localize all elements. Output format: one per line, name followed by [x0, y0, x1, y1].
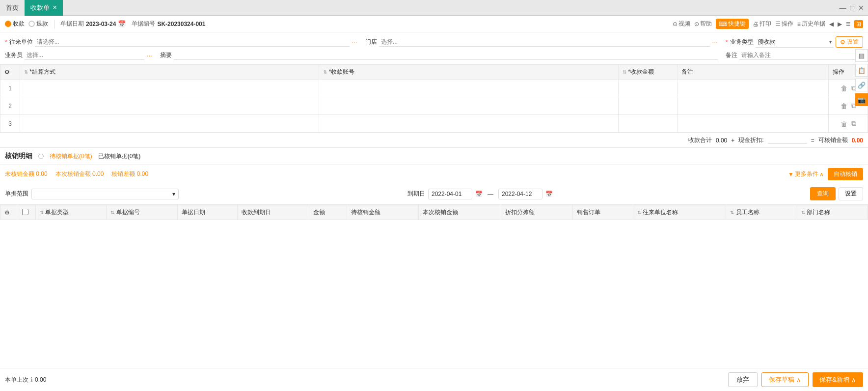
note-input[interactable] [739, 51, 863, 60]
abandon-button[interactable]: 放弃 [728, 372, 758, 387]
tab-home[interactable]: 首页 [0, 0, 25, 16]
gear-column-header[interactable]: ⚙ [0, 65, 20, 80]
tab-home-label: 首页 [6, 3, 19, 12]
row-2-settlement[interactable] [20, 97, 319, 115]
row-1-delete-btn[interactable]: 🗑 [840, 83, 848, 93]
business-type-select[interactable]: 预收款 ▾ [756, 37, 834, 48]
receipt-table: ⚙ ⇅ *结算方式 ⇅ *收款账号 ⇅ *收款金额 备注 操作 1 [0, 64, 868, 133]
row-1-account[interactable] [319, 80, 618, 97]
completed-tab[interactable]: 已核销单据(0笔) [98, 152, 141, 161]
sidebar-table-icon-btn[interactable]: ▤ [855, 49, 868, 62]
summary-input[interactable] [174, 51, 718, 60]
account-column-header[interactable]: ⇅ *收款账号 [319, 65, 618, 80]
minimize-btn[interactable]: — [840, 4, 846, 12]
row-2-account[interactable] [319, 97, 618, 115]
dept-header[interactable]: ⇅ 部门名称 [797, 205, 868, 220]
operate-btn[interactable]: ☰ 操作 [775, 20, 793, 28]
counterparty-header[interactable]: ⇅ 往来单位名称 [633, 205, 726, 220]
query-button[interactable]: 查询 [810, 187, 836, 200]
row-3-account[interactable] [319, 115, 618, 133]
doc-type-header[interactable]: ⇅ 单据类型 [36, 205, 107, 220]
row-2-amount[interactable] [618, 97, 677, 115]
sidebar-camera-icon-btn[interactable]: 📷 [855, 93, 868, 106]
doc-type-sort-icon: ⇅ [40, 210, 44, 215]
doc-no-header[interactable]: ⇅ 单据编号 [107, 205, 177, 220]
layout1-icon[interactable]: ≡ [846, 20, 850, 28]
select-all-checkbox[interactable] [22, 209, 28, 215]
tab-receipt[interactable]: 收款单 ✕ [25, 0, 63, 16]
staff-name-header[interactable]: ⇅ 员工名称 [726, 205, 797, 220]
store-input[interactable] [379, 37, 710, 47]
range-chevron-icon: ▾ [172, 191, 175, 197]
summary-field: 摘要 [160, 51, 718, 60]
nav-prev-icon[interactable]: ◀ [829, 21, 834, 28]
row-3-amount[interactable] [618, 115, 677, 133]
row-2-remark[interactable] [677, 97, 828, 115]
per-info-icon[interactable]: ℹ [30, 376, 33, 383]
row-3-remark[interactable] [677, 115, 828, 133]
note-label: 备注 [726, 51, 737, 59]
row-3-settlement[interactable] [20, 115, 319, 133]
pending-tab[interactable]: 待核销单据(0笔) [50, 152, 92, 161]
range-select[interactable]: ▾ [31, 189, 179, 199]
number-label: 单据编号 [132, 20, 155, 28]
date-calendar-start-icon[interactable]: 📅 [475, 191, 483, 197]
sidebar-clipboard-icon-btn[interactable]: 📋 [855, 64, 868, 77]
verification-section: 核销明细 ⓘ 待核销单据(0笔) 已核销单据(0笔) 未核销金额 0.00 本次… [0, 148, 868, 391]
store-more-icon[interactable]: ··· [712, 38, 718, 46]
auto-verify-button[interactable]: 自动核销 [828, 168, 863, 180]
staff-more-icon[interactable]: ··· [146, 52, 152, 59]
filter-settings-button[interactable]: 设置 [839, 187, 863, 200]
refund-radio[interactable]: 退款 [28, 20, 48, 28]
row-1-settlement[interactable] [20, 80, 319, 97]
row-1-amount[interactable] [618, 80, 677, 97]
bottom-gear-header[interactable]: ⚙ [0, 205, 18, 220]
row-3-copy-btn[interactable]: ⧉ [850, 118, 857, 129]
close-btn[interactable]: ✕ [858, 4, 864, 12]
save-draft-button[interactable]: 保存草稿 ∧ [761, 372, 809, 387]
verification-info-icon[interactable]: ⓘ [38, 153, 44, 160]
video-btn[interactable]: ⊙ 视频 [673, 20, 690, 28]
print-btn[interactable]: 🖨 打印 [753, 20, 771, 28]
history-btn[interactable]: ≡ 历史单据 [797, 20, 825, 28]
per-value: 0.00 [35, 376, 46, 383]
bottom-checkbox-header[interactable] [18, 205, 36, 220]
shortcut-btn[interactable]: ⌨ 快捷键 [716, 19, 749, 29]
date-calendar-end-icon[interactable]: 📅 [545, 191, 553, 197]
counterparty-more-icon[interactable]: ··· [352, 38, 357, 46]
equals-sign: = [811, 137, 814, 144]
date-calendar-icon[interactable]: 📅 [118, 20, 126, 28]
save-new-button[interactable]: 保存&新增 ∧ [813, 372, 863, 387]
row-2-delete-btn[interactable]: 🗑 [840, 101, 848, 111]
verification-title: 核销明细 [5, 152, 32, 161]
date-start-input[interactable] [428, 189, 472, 199]
sidebar-link-icon-btn[interactable]: 🔗 [855, 79, 868, 91]
date-end-input[interactable] [498, 189, 542, 199]
staff-input[interactable] [25, 51, 144, 60]
nav-next-icon[interactable]: ▶ [838, 21, 842, 28]
row-1-remark[interactable] [677, 80, 828, 97]
tab-close-icon[interactable]: ✕ [53, 4, 57, 11]
staff-field: 业务员 ··· [5, 51, 152, 60]
row-3-delete-btn[interactable]: 🗑 [840, 118, 848, 129]
discount-input[interactable] [768, 137, 807, 144]
date-field: 单据日期 2023-03-24 📅 [60, 20, 126, 28]
save-new-label: 保存&新增 [819, 375, 849, 384]
settings-button[interactable]: ⚙ 设置 [836, 36, 863, 48]
layout2-icon[interactable]: ⊞ [854, 20, 863, 28]
doc-date-header: 单据日期 [177, 205, 238, 220]
help-btn[interactable]: ⊙ 帮助 [694, 20, 712, 28]
settlement-column-header[interactable]: ⇅ *结算方式 [20, 65, 319, 80]
plus-sign: + [731, 137, 734, 144]
amount-column-header[interactable]: ⇅ *收款金额 [618, 65, 677, 80]
refund-radio-label: 退款 [36, 20, 48, 28]
total-value: 0.00 [716, 137, 727, 144]
maximize-btn[interactable]: □ [850, 4, 854, 12]
counterparty-input[interactable] [35, 37, 350, 47]
range-filter-field: 单据范围 ▾ [5, 189, 400, 199]
receipt-radio-label: 收款 [13, 20, 25, 28]
total-label: 收款合计 [688, 136, 712, 144]
more-conditions-btn[interactable]: ▼ 更多条件 ∧ [788, 170, 824, 178]
receipt-radio[interactable]: 收款 [5, 20, 25, 28]
data-table-section: ⚙ ⇅ *结算方式 ⇅ *收款账号 ⇅ *收款金额 备注 操作 1 [0, 64, 868, 133]
